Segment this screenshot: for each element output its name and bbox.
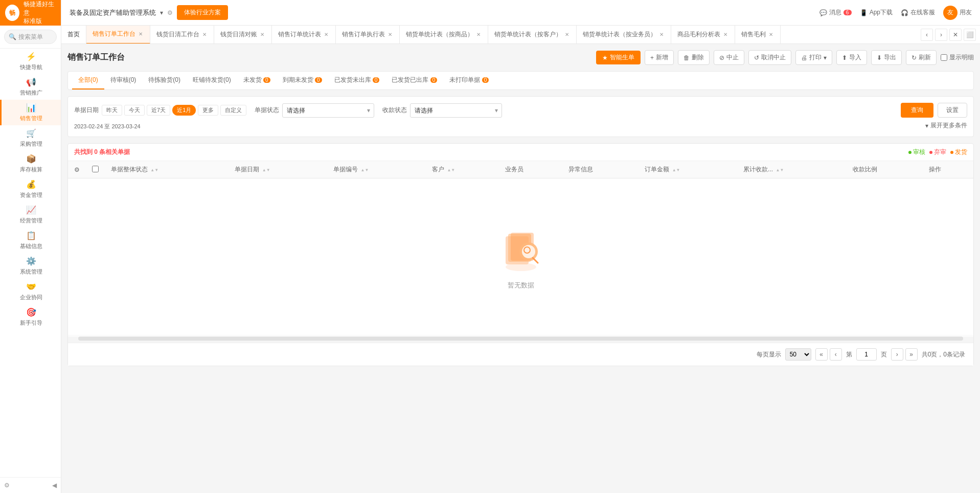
scrollbar-thumb[interactable] (78, 337, 963, 341)
page-total: 共0页，0条记录 (922, 350, 965, 359)
status-select[interactable]: 请选择 (282, 103, 374, 118)
query-button[interactable]: 查询 (901, 103, 933, 118)
tab-prev-button[interactable]: ‹ (921, 29, 933, 41)
expand-filter-button[interactable]: ▾ 展开更多条件 (925, 121, 967, 130)
sort-collected-icon[interactable]: ▲▼ (776, 168, 784, 172)
col-ratio: 收款比例 (847, 161, 923, 178)
horizontal-scrollbar[interactable] (68, 337, 973, 343)
page-prev-button[interactable]: ‹ (830, 348, 842, 361)
tab-restore-button[interactable]: ⬜ (964, 29, 976, 41)
tab-cash-daily[interactable]: 钱货日清工作台 ✕ (150, 26, 214, 44)
sidebar-item-cooperation[interactable]: 🤝 企业协同 (0, 279, 61, 304)
sidebar-item-quick-nav[interactable]: ⚡ 快捷导航 (0, 49, 61, 74)
add-button[interactable]: + 新增 (645, 50, 674, 65)
sidebar-item-inventory[interactable]: 📦 库存核算 (0, 151, 61, 176)
search-menu-button[interactable]: 🔍 搜索菜单 (4, 30, 57, 44)
date-btn-more[interactable]: 更多 (198, 105, 218, 116)
column-settings-icon[interactable]: ⚙ (74, 166, 80, 173)
tab-home[interactable]: 首页 (61, 26, 86, 44)
settings-header-icon[interactable]: ⚙ (167, 9, 173, 16)
shipped-out-badge: 0 (430, 77, 438, 83)
sidebar-item-base-info[interactable]: 📋 基础信息 (0, 228, 61, 253)
tab-close-all-button[interactable]: ✕ (949, 29, 962, 41)
tab-sales-stat[interactable]: 销售订单统计表 ✕ (272, 26, 336, 44)
sub-tab-not-shipped[interactable]: 未发货 0 (237, 72, 277, 89)
print-button[interactable]: 🖨 打印 ▾ (795, 50, 832, 65)
tab-close-sales-by-product[interactable]: ✕ (475, 31, 482, 38)
tab-close-margin-analysis[interactable]: ✕ (722, 31, 728, 38)
sub-tab-pending-review[interactable]: 待审核(0) (104, 72, 143, 89)
page-first-button[interactable]: « (815, 348, 828, 361)
select-all-checkbox[interactable] (92, 166, 99, 172)
sub-tab-shipped-out[interactable]: 已发货已出库 0 (385, 72, 443, 89)
ship-action-button[interactable]: 发货 (950, 148, 967, 156)
cooperation-icon: 🤝 (26, 282, 36, 292)
tab-close-sales-by-customer[interactable]: ✕ (564, 31, 570, 38)
tab-close-sales-stat[interactable]: ✕ (323, 31, 329, 38)
system-dropdown[interactable]: ▾ (160, 9, 163, 16)
tab-sales-by-staff[interactable]: 销货单统计表（按业务员） ✕ (577, 26, 671, 44)
sidebar-item-guide[interactable]: 🎯 新手引导 (0, 304, 61, 330)
sub-tab-not-printed[interactable]: 未打印单据 0 (443, 72, 495, 89)
sub-tab-all[interactable]: 全部(0) (72, 72, 104, 89)
stop-button[interactable]: ⊘ 中止 (714, 50, 744, 65)
online-service-tool[interactable]: 🎧 在线客服 (901, 8, 935, 17)
smart-create-button[interactable]: ★ 智能生单 (596, 51, 641, 64)
refresh-button[interactable]: ↻ 刷新 (906, 50, 937, 65)
page-input[interactable] (856, 348, 877, 361)
tab-next-button[interactable]: › (935, 29, 947, 41)
date-btn-last7[interactable]: 近7天 (147, 105, 170, 116)
import-button[interactable]: ⬆ 导入 (836, 50, 867, 65)
tab-close-sales-profit[interactable]: ✕ (768, 31, 774, 38)
date-btn-today[interactable]: 今天 (124, 105, 145, 116)
cancel-review-action-button[interactable]: 弃审 (929, 148, 946, 156)
tab-sales-by-customer[interactable]: 销货单统计表（按客户） ✕ (488, 26, 577, 44)
tab-close-cash-daily[interactable]: ✕ (201, 31, 208, 38)
sort-customer-icon[interactable]: ▲▼ (447, 168, 455, 172)
sidebar-item-sales[interactable]: 📊 销售管理 (0, 100, 61, 125)
sidebar-item-operations[interactable]: 📈 经营管理 (0, 202, 61, 228)
tab-close-sales-order[interactable]: ✕ (138, 30, 144, 38)
review-action-button[interactable]: 审核 (908, 148, 925, 156)
page-size-select[interactable]: 50 10 20 100 (785, 348, 811, 361)
sidebar-item-finance[interactable]: 💰 资金管理 (0, 176, 61, 202)
sub-tab-wangpu[interactable]: 旺铺待发货(0) (187, 72, 237, 89)
sidebar-item-marketing[interactable]: 📢 营销推广 (0, 74, 61, 100)
sub-tab-shipped-not-out[interactable]: 已发货未出库 0 (328, 72, 386, 89)
sidebar-item-system[interactable]: ⚙️ 系统管理 (0, 253, 61, 279)
app-download-tool[interactable]: 📱 App下载 (860, 8, 893, 17)
setting-button[interactable]: 设置 (938, 103, 967, 118)
sort-date-icon[interactable]: ▲▼ (262, 168, 270, 172)
sub-tab-expired-not-shipped[interactable]: 到期未发货 0 (277, 72, 328, 89)
sidebar-item-purchase[interactable]: 🛒 采购管理 (0, 125, 61, 151)
sort-number-icon[interactable]: ▲▼ (361, 168, 369, 172)
messages-tool[interactable]: 💬 消息 6 (819, 8, 852, 17)
user-tool[interactable]: 友 用友 (943, 6, 972, 20)
tab-cash-reconcile[interactable]: 钱货日清对账 ✕ (214, 26, 272, 44)
delete-button[interactable]: 🗑 删除 (678, 50, 710, 65)
page-next-button[interactable]: › (891, 348, 903, 361)
tab-sales-by-product[interactable]: 销货单统计表（按商品） ✕ (400, 26, 488, 44)
date-btn-last1m[interactable]: 近1月 (172, 105, 196, 116)
sort-status-icon[interactable]: ▲▼ (150, 168, 158, 172)
tab-margin-analysis[interactable]: 商品毛利分析表 ✕ (671, 26, 735, 44)
date-btn-yesterday[interactable]: 昨天 (102, 105, 122, 116)
collapse-sidebar-button[interactable]: ◀ (52, 482, 57, 489)
industry-solution-button[interactable]: 体验行业方案 (177, 5, 228, 20)
page-last-button[interactable]: » (905, 348, 918, 361)
show-detail-checkbox-label[interactable]: 显示明细 (941, 53, 974, 62)
payment-select[interactable]: 请选择 (410, 103, 502, 118)
export-button[interactable]: ⬇ 导出 (871, 50, 902, 65)
cancel-stop-button[interactable]: ↺ 取消中止 (748, 50, 791, 65)
tab-sales-exec[interactable]: 销售订单执行表 ✕ (336, 26, 400, 44)
sub-tab-pending-inspect[interactable]: 待拣验货(0) (142, 72, 187, 89)
settings-icon[interactable]: ⚙ (4, 482, 10, 489)
tab-close-sales-by-staff[interactable]: ✕ (658, 31, 665, 38)
show-detail-checkbox[interactable] (941, 54, 947, 61)
date-btn-custom[interactable]: 自定义 (220, 105, 246, 116)
sort-amount-icon[interactable]: ▲▼ (672, 168, 680, 172)
tab-sales-order[interactable]: 销售订单工作台 ✕ (86, 26, 150, 44)
tab-sales-profit[interactable]: 销售毛利 ✕ (735, 26, 781, 44)
tab-close-sales-exec[interactable]: ✕ (387, 31, 393, 38)
tab-close-cash-reconcile[interactable]: ✕ (259, 31, 265, 38)
